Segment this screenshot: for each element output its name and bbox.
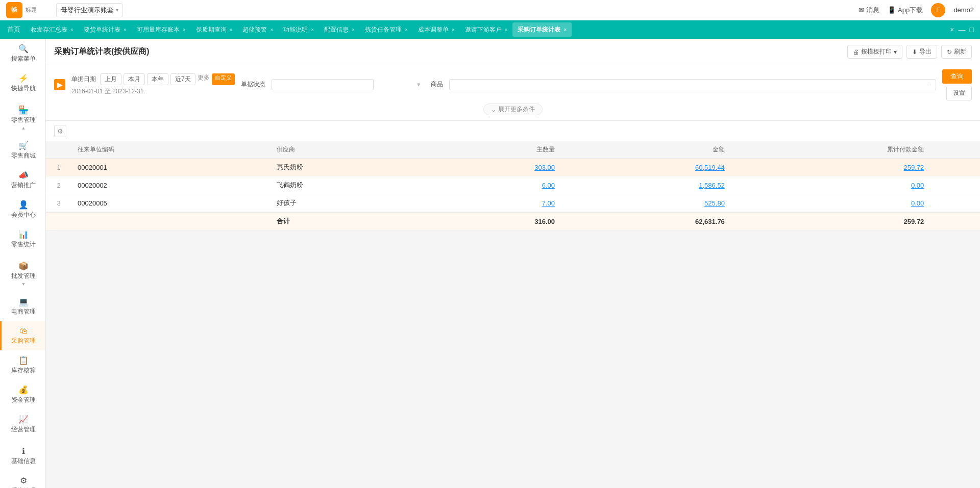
message-button[interactable]: ✉ 消息 bbox=[859, 6, 879, 15]
sidebar-item-search[interactable]: 🔍 搜索菜单 bbox=[0, 39, 45, 68]
sidebar-item-retail[interactable]: 🏪 零售管理 ▲ bbox=[0, 100, 45, 136]
ecommerce-icon: 💻 bbox=[18, 297, 29, 306]
close-icon[interactable]: × bbox=[70, 27, 74, 33]
table-toolbar: ⚙ bbox=[46, 121, 980, 141]
tab-purchase-summary[interactable]: 采购订单统计表 × bbox=[512, 22, 572, 37]
operations-icon: 📈 bbox=[18, 415, 29, 424]
date-btn-last-7[interactable]: 近7天 bbox=[170, 73, 195, 85]
company-name: 母婴行业演示账套 bbox=[61, 6, 114, 15]
table-row: 1 00020001 惠氏奶粉 303.00 60,519.44 259.72 bbox=[46, 159, 980, 176]
date-btn-this-month[interactable]: 本月 bbox=[124, 73, 145, 85]
page-header: 采购订单统计表(按供应商) 🖨 按模板打印 ▾ ⬇ 导出 ↻ 刷新 bbox=[46, 39, 980, 63]
data-table: 往来单位编码 供应商 主数量 金额 累计付款金额 1 00020001 惠氏奶粉… bbox=[46, 141, 980, 230]
date-btn-this-year[interactable]: 本年 bbox=[147, 73, 168, 85]
goods-input-wrap: ··· bbox=[449, 79, 936, 90]
page-title: 采购订单统计表(按供应商) bbox=[54, 46, 150, 57]
logo-icon: 畅 bbox=[6, 2, 22, 18]
sidebar-item-marketing[interactable]: 📣 营销推广 bbox=[0, 165, 45, 195]
expand-more-button[interactable]: ⌄ 展开更多条件 bbox=[483, 104, 543, 115]
close-icon[interactable]: × bbox=[124, 27, 127, 33]
filter-expand-row: ⌄ 展开更多条件 bbox=[54, 100, 972, 115]
sidebar-item-ecommerce[interactable]: 💻 电商管理 bbox=[0, 292, 45, 321]
close-icon[interactable]: × bbox=[452, 27, 455, 33]
purchase-icon: 🛍 bbox=[19, 326, 28, 336]
sidebar-item-wholesale[interactable]: 📦 批发管理 ▼ bbox=[0, 256, 45, 292]
sidebar-item-purchase[interactable]: 🛍 采购管理 bbox=[0, 321, 45, 350]
footer-seq bbox=[46, 212, 71, 230]
company-selector[interactable]: 母婴行业演示账套 ▾ bbox=[56, 3, 123, 17]
row-3-main-qty[interactable]: 7.00 bbox=[429, 194, 561, 213]
export-icon: ⬇ bbox=[912, 48, 917, 56]
row-3-seq: 3 bbox=[46, 194, 71, 213]
nav-minimize-button[interactable]: — bbox=[959, 25, 966, 34]
tab-expiry-query[interactable]: 保质期查询 × bbox=[191, 22, 238, 37]
close-icon[interactable]: × bbox=[183, 27, 186, 33]
system-icon: ⚙ bbox=[20, 476, 27, 485]
sidebar-item-finance[interactable]: 💰 资金管理 bbox=[0, 380, 45, 409]
goods-input[interactable] bbox=[454, 81, 926, 88]
col-seq bbox=[46, 141, 71, 159]
export-button[interactable]: ⬇ 导出 bbox=[906, 45, 937, 59]
refresh-icon: ↻ bbox=[947, 48, 952, 56]
tab-invite-downstream[interactable]: 邀请下游客户 × bbox=[460, 22, 513, 37]
refresh-button[interactable]: ↻ 刷新 bbox=[941, 45, 972, 59]
close-icon[interactable]: × bbox=[352, 27, 355, 33]
filter-toggle-button[interactable]: ▶ bbox=[54, 79, 65, 90]
sidebar-item-basic-info[interactable]: ℹ 基础信息 bbox=[0, 441, 45, 471]
nav-expand-button[interactable]: □ bbox=[970, 25, 974, 34]
row-2-main-qty[interactable]: 6.00 bbox=[429, 176, 561, 194]
sidebar-item-inventory[interactable]: 📋 库存核算 bbox=[0, 350, 45, 380]
sidebar-item-operations[interactable]: 📈 经营管理 bbox=[0, 409, 45, 439]
wholesale-icon: 📦 bbox=[18, 261, 29, 271]
tab-home[interactable]: 首页 bbox=[2, 22, 26, 37]
inventory-icon: 📋 bbox=[18, 355, 29, 365]
nav-close-button[interactable]: × bbox=[950, 25, 954, 34]
row-1-paid-amount[interactable]: 259.72 bbox=[731, 159, 930, 176]
row-1-main-qty[interactable]: 303.00 bbox=[429, 159, 561, 176]
sidebar-item-quick-nav[interactable]: ⚡ 快捷导航 bbox=[0, 68, 45, 98]
tab-receive-summary[interactable]: 收发存汇总表 × bbox=[26, 22, 79, 37]
row-3-paid-amount[interactable]: 0.00 bbox=[731, 194, 930, 213]
row-3-amount[interactable]: 525.80 bbox=[561, 194, 731, 213]
tab-pick-task[interactable]: 拣货任务管理 × bbox=[360, 22, 413, 37]
date-btn-last-month[interactable]: 上月 bbox=[100, 73, 121, 85]
tab-order-summary[interactable]: 要货单统计表 × bbox=[79, 22, 132, 37]
query-button[interactable]: 查询 bbox=[942, 69, 972, 84]
tab-config-info[interactable]: 配置信息 × bbox=[319, 22, 360, 37]
main-content: 采购订单统计表(按供应商) 🖨 按模板打印 ▾ ⬇ 导出 ↻ 刷新 bbox=[46, 39, 980, 488]
row-2-paid-amount[interactable]: 0.00 bbox=[731, 176, 930, 194]
sidebar-item-system[interactable]: ⚙ 系统管理 bbox=[0, 471, 45, 488]
user-name[interactable]: demo2 bbox=[953, 6, 974, 14]
close-icon[interactable]: × bbox=[505, 27, 508, 33]
logo-text: 标题 bbox=[26, 6, 37, 14]
close-icon[interactable]: × bbox=[230, 27, 233, 33]
col-unit-code: 往来单位编码 bbox=[71, 141, 271, 159]
tab-cost-adjust[interactable]: 成本调整单 × bbox=[413, 22, 460, 37]
status-label: 单据状态 bbox=[241, 80, 265, 89]
print-button[interactable]: 🖨 按模板打印 ▾ bbox=[847, 45, 902, 59]
sidebar-item-retail-stats[interactable]: 📊 零售统计 bbox=[0, 224, 45, 254]
more-icon[interactable]: ··· bbox=[926, 81, 932, 88]
row-1-amount[interactable]: 60,519.44 bbox=[561, 159, 731, 176]
close-icon[interactable]: × bbox=[405, 27, 408, 33]
footer-label: 合计 bbox=[271, 212, 428, 230]
sidebar-item-member[interactable]: 👤 会员中心 bbox=[0, 195, 45, 224]
status-select-wrap bbox=[272, 79, 425, 90]
retail-icon: 🏪 bbox=[18, 105, 29, 115]
close-icon[interactable]: × bbox=[564, 27, 567, 33]
filter-settings-button[interactable]: 设置 bbox=[946, 86, 972, 100]
sidebar-item-retail-mall[interactable]: 🛒 零售商城 bbox=[0, 136, 45, 165]
row-2-unit-code: 00020002 bbox=[71, 176, 271, 194]
tab-overstock-warning[interactable]: 超储预警 × bbox=[237, 22, 278, 37]
close-icon[interactable]: × bbox=[311, 27, 314, 33]
date-more-label[interactable]: 更多 bbox=[198, 73, 210, 85]
tab-available-stock[interactable]: 可用量库存账本 × bbox=[132, 22, 191, 37]
status-select[interactable] bbox=[272, 79, 374, 90]
date-buttons: 上月 本月 本年 近7天 更多 自定义 bbox=[100, 73, 235, 85]
table-settings-button[interactable]: ⚙ bbox=[54, 125, 66, 137]
tab-function-desc[interactable]: 功能说明 × bbox=[278, 22, 319, 37]
row-2-amount[interactable]: 1,586.52 bbox=[561, 176, 731, 194]
close-icon[interactable]: × bbox=[270, 27, 273, 33]
col-supplier: 供应商 bbox=[271, 141, 428, 159]
app-download-button[interactable]: 📱 App下载 bbox=[888, 6, 923, 15]
